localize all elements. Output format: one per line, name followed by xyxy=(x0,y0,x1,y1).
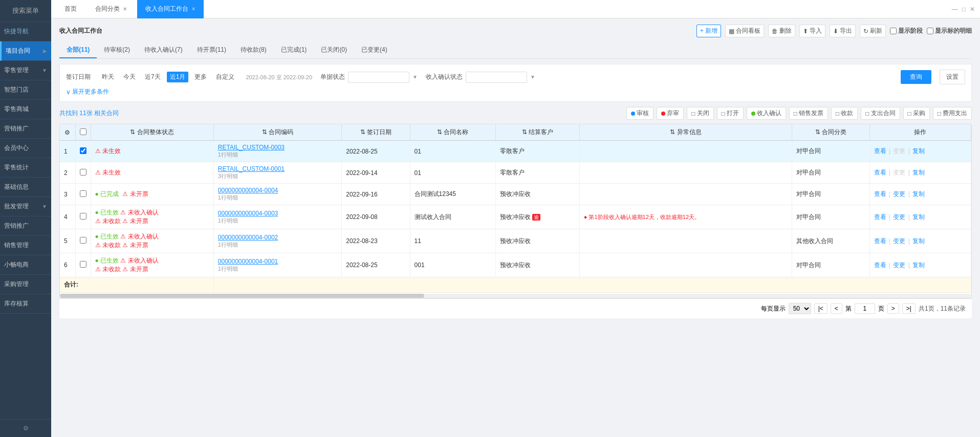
row-checkbox[interactable] xyxy=(75,141,91,162)
collect-button[interactable]: □ 收款 xyxy=(831,107,858,120)
sidebar-item-retail-stats[interactable]: 零售统计 xyxy=(0,158,51,178)
sidebar-item-marketing[interactable]: 营销推广 xyxy=(0,119,51,139)
sidebar-item-member[interactable]: 会员中心 xyxy=(0,139,51,158)
sidebar-search[interactable]: 搜索菜单 xyxy=(0,0,51,22)
sub-tab-changed[interactable]: 已变更(4) xyxy=(354,42,395,58)
delete-button[interactable]: 🗑 删除 xyxy=(768,25,795,37)
sub-tab-completed[interactable]: 已完成(1) xyxy=(274,42,314,58)
copy-button[interactable]: 复制 xyxy=(912,213,925,221)
copy-button[interactable]: 复制 xyxy=(912,190,925,198)
page-size-select[interactable]: 50 xyxy=(789,303,811,314)
contract-link[interactable]: RETAIL_CUSTOM-0003 xyxy=(218,144,337,151)
row-checkbox[interactable] xyxy=(75,162,91,184)
sidebar-item-retail[interactable]: 零售管理 ▼ xyxy=(0,61,51,80)
tab-income-workbench[interactable]: 收入合同工作台 ✕ xyxy=(137,0,204,18)
close-window-icon[interactable]: ✕ xyxy=(970,6,975,13)
income-confirm-select[interactable] xyxy=(466,72,527,83)
date-btn-1month[interactable]: 近1月 xyxy=(167,72,189,82)
sidebar-item-smart-store[interactable]: 智慧门店 xyxy=(0,80,51,100)
contract-link[interactable]: 0000000000004-0004 xyxy=(218,187,337,194)
next-page-button[interactable]: > xyxy=(887,303,899,314)
date-btn-today[interactable]: 今天 xyxy=(120,72,139,82)
copy-button[interactable]: 复制 xyxy=(912,147,925,155)
sub-tab-closed[interactable]: 已关闭(0) xyxy=(314,42,354,58)
change-button[interactable]: 变更 xyxy=(893,261,905,269)
row-checkbox[interactable] xyxy=(75,205,91,229)
refresh-button[interactable]: ↻ 刷新 xyxy=(860,25,886,37)
change-button[interactable]: 变更 xyxy=(893,169,905,176)
sidebar-item-xiaochang[interactable]: 小畅电商 xyxy=(0,255,51,275)
tab-contract-type[interactable]: 合同分类 ✕ xyxy=(87,0,135,18)
row-checkbox[interactable] xyxy=(75,184,91,205)
expand-filter-btn[interactable]: ∨ 展开更多条件 xyxy=(66,88,965,96)
maximize-icon[interactable]: □ xyxy=(962,6,966,13)
income-confirm-button[interactable]: 收入确认 xyxy=(747,107,786,120)
kanban-button[interactable]: ▦ 合同看板 xyxy=(725,25,764,37)
sidebar-item-sales[interactable]: 销售管理 xyxy=(0,236,51,255)
close-icon[interactable]: ✕ xyxy=(123,6,127,12)
sub-tab-pending-audit[interactable]: 待审核(2) xyxy=(97,42,137,58)
sub-tab-pending-income[interactable]: 待收入确认(7) xyxy=(137,42,190,58)
col-checkbox[interactable] xyxy=(75,124,91,141)
open-button[interactable]: □ 打开 xyxy=(717,107,744,120)
sub-tab-pending-collect[interactable]: 待收款(8) xyxy=(233,42,274,58)
copy-button[interactable]: 复制 xyxy=(912,261,925,269)
date-btn-yesterday[interactable]: 昨天 xyxy=(99,72,117,82)
sidebar-item-project[interactable]: 项目合同 ▶ xyxy=(0,41,51,61)
expense-out-button[interactable]: □ 费用支出 xyxy=(933,107,972,120)
close-icon[interactable]: ✕ xyxy=(191,6,195,12)
contract-link[interactable]: 0000000000004-0002 xyxy=(218,234,337,241)
sidebar-item-inventory[interactable]: 库存核算 xyxy=(0,294,51,314)
import-button[interactable]: ⬆ 导入 xyxy=(799,25,825,37)
sidebar-item-marketing2[interactable]: 营销推广 xyxy=(0,216,51,236)
new-button[interactable]: + 新增 xyxy=(696,25,721,37)
last-page-button[interactable]: >| xyxy=(902,303,916,314)
sidebar-quick-nav[interactable]: 快捷导航 xyxy=(0,22,51,41)
sidebar-item-retail-mall[interactable]: 零售商城 xyxy=(0,100,51,119)
page-input[interactable] xyxy=(855,303,875,314)
sub-tab-pending-invoice[interactable]: 待开票(11) xyxy=(190,42,233,58)
audit-button[interactable]: 审核 xyxy=(626,107,654,120)
query-button[interactable]: 查询 xyxy=(901,70,931,84)
contract-link[interactable]: 0000000000004-0003 xyxy=(218,210,337,217)
deduct-contract-button[interactable]: □ 支出合同 xyxy=(861,107,900,120)
export-button[interactable]: ⬇ 导出 xyxy=(830,25,856,37)
copy-button[interactable]: 复制 xyxy=(912,237,925,245)
horizontal-scrollbar[interactable] xyxy=(60,294,971,298)
view-button[interactable]: 查看 xyxy=(874,147,886,155)
close-button[interactable]: □ 关闭 xyxy=(687,107,713,120)
prev-page-button[interactable]: < xyxy=(831,303,842,314)
view-button[interactable]: 查看 xyxy=(874,237,886,245)
date-btn-7days[interactable]: 近7天 xyxy=(142,72,164,82)
row-checkbox[interactable] xyxy=(75,253,91,277)
sidebar-settings[interactable]: ⚙ xyxy=(0,419,51,437)
row-checkbox[interactable] xyxy=(75,229,91,253)
sidebar-item-basic-info[interactable]: 基础信息 xyxy=(0,178,51,197)
sidebar-item-wholesale[interactable]: 批发管理 ▼ xyxy=(0,197,51,216)
sales-invoice-button[interactable]: □ 销售发票 xyxy=(789,107,828,120)
contract-link[interactable]: 0000000000004-0001 xyxy=(218,258,337,265)
sidebar-item-purchase[interactable]: 采购管理 xyxy=(0,275,51,294)
first-page-button[interactable]: |< xyxy=(814,303,827,314)
abandon-button[interactable]: 弃审 xyxy=(657,107,684,120)
date-btn-custom[interactable]: 自定义 xyxy=(213,72,237,82)
contract-link[interactable]: RETAIL_CUSTOM-0001 xyxy=(218,165,337,172)
view-button[interactable]: 查看 xyxy=(874,169,886,176)
view-button[interactable]: 查看 xyxy=(874,190,886,198)
sub-tab-all[interactable]: 全部(11) xyxy=(59,42,97,58)
purchase-button[interactable]: □ 采购 xyxy=(903,107,930,120)
copy-button[interactable]: 复制 xyxy=(912,169,925,176)
scrollbar-thumb[interactable] xyxy=(60,294,424,298)
view-button[interactable]: 查看 xyxy=(874,213,886,221)
setting-button[interactable]: 设置 xyxy=(940,70,965,84)
minimize-icon[interactable]: — xyxy=(952,6,958,13)
change-button[interactable]: 变更 xyxy=(893,147,905,155)
change-button[interactable]: 变更 xyxy=(893,190,905,198)
change-button[interactable]: 变更 xyxy=(893,213,905,221)
date-btn-more[interactable]: 更多 xyxy=(191,72,210,82)
col-settings[interactable]: ⚙ xyxy=(60,124,75,141)
tab-home[interactable]: 首页 xyxy=(56,0,85,18)
view-button[interactable]: 查看 xyxy=(874,261,886,269)
doc-status-select[interactable] xyxy=(348,72,409,83)
change-button[interactable]: 变更 xyxy=(893,237,905,245)
